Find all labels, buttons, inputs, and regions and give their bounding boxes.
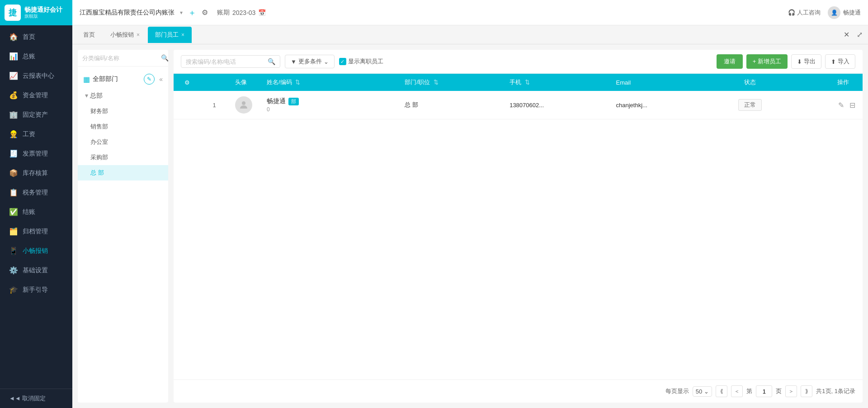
sidebar-item-archive[interactable]: 🗂️ 归档管理: [0, 222, 72, 241]
sidebar-item-funds[interactable]: 💰 资金管理: [0, 85, 72, 105]
row-status-cell: 正常: [709, 91, 792, 119]
first-page-button[interactable]: ⟪: [716, 385, 727, 397]
settings-icon: ⚙️: [9, 266, 18, 275]
row-name-cell: 畅捷通 部 0: [259, 91, 397, 119]
sidebar-item-inventory[interactable]: 📦 库存核算: [0, 163, 72, 183]
sidebar-item-tax[interactable]: 📋 税务管理: [0, 183, 72, 202]
tab-home-label: 首页: [83, 31, 95, 39]
sort-name-icon: ⇅: [295, 79, 300, 85]
row-dept-cell: 总 部: [397, 91, 502, 119]
dept-search-bar: 🔍: [78, 50, 168, 66]
filter-icon: ▼: [291, 58, 297, 65]
sidebar-item-label: 基础设置: [23, 266, 48, 275]
toolbar-right-actions: 邀请 + 新增员工 ⬇ 导出 ⬆ 导入: [717, 54, 855, 69]
dept-item-caiwubu[interactable]: 财务部: [78, 104, 168, 119]
all-departments-header[interactable]: ▦ 全部部门 ✎ «: [78, 70, 168, 88]
add-company-icon[interactable]: ＋: [188, 7, 196, 18]
per-page-select[interactable]: 50 ⌄: [693, 386, 712, 397]
page-unit-label: 页: [776, 387, 782, 395]
sidebar-item-label: 结账: [23, 208, 35, 216]
prev-page-button[interactable]: ＜: [731, 385, 743, 397]
dept-edit-button[interactable]: ✎: [144, 74, 155, 85]
sidebar-item-expense[interactable]: 📱 小畅报销: [0, 241, 72, 261]
topbar-right: 🎧 人工咨询 👤 畅捷通: [788, 6, 861, 19]
sidebar-item-assets[interactable]: 🏢 固定资产: [0, 105, 72, 124]
user-profile[interactable]: 👤 畅捷通: [828, 6, 861, 19]
logo-title: 畅捷通好会计: [24, 6, 62, 14]
employee-search-box: 🔍: [181, 55, 280, 68]
tab-expense-close-icon[interactable]: ×: [137, 32, 140, 38]
sidebar-item-salary[interactable]: 👷 工资: [0, 124, 72, 144]
export-button[interactable]: ⬇ 导出: [791, 54, 821, 69]
tab-employees-label: 部门员工: [155, 31, 179, 39]
dept-item-zongbu[interactable]: ▾总部: [78, 88, 168, 104]
tab-expense[interactable]: 小畅报销 ×: [103, 27, 147, 43]
row-phone-cell: 138070602...: [502, 91, 609, 119]
table-row: 1 畅捷通: [174, 91, 863, 119]
expense-icon: 📱: [9, 247, 18, 255]
import-button[interactable]: ⬆ 导入: [825, 54, 855, 69]
tab-home[interactable]: 首页: [76, 27, 102, 43]
sidebar-item-label: 新手引导: [23, 286, 48, 294]
dept-item-caigoubu[interactable]: 采购部: [78, 150, 168, 165]
page-number-input[interactable]: [756, 385, 772, 397]
sidebar-item-settings[interactable]: ⚙️ 基础设置: [0, 261, 72, 280]
sidebar-logo: 捷 畅捷通好会计 旗舰版: [0, 0, 72, 25]
sidebar-item-home[interactable]: 🏠 首页: [0, 27, 72, 47]
company-name: 江西服宝精品有限责任公司内账张: [80, 9, 175, 17]
sidebar-item-reports[interactable]: 📈 云报表中心: [0, 66, 72, 85]
show-resigned-checkbox[interactable]: ✓: [339, 58, 346, 65]
tab-expand-button[interactable]: ⤢: [855, 28, 864, 41]
tab-employees[interactable]: 部门员工 ×: [148, 27, 192, 43]
calendar-icon: 📅: [258, 9, 266, 16]
col-name-code[interactable]: 姓名/编码 ⇅: [259, 74, 397, 91]
sidebar-item-label: 小畅报销: [23, 247, 48, 255]
sidebar-item-ledger[interactable]: 📊 总账: [0, 47, 72, 66]
tab-employees-close-icon[interactable]: ×: [181, 32, 184, 38]
sidebar-item-label: 云报表中心: [23, 72, 54, 80]
employee-avatar: [235, 96, 252, 114]
dept-search-input[interactable]: [82, 55, 158, 62]
unpin-label: ◄◄ 取消固定: [9, 394, 46, 403]
sidebar-item-guide[interactable]: 🎓 新手引导: [0, 280, 72, 299]
tab-close-button[interactable]: ✕: [842, 28, 851, 41]
grid-icon: ▦: [83, 75, 90, 84]
employee-panel: 🔍 ▼ 更多条件 ⌄ ✓ 显示离职员工 邀请 + 新增员工 ⬇ 导出: [174, 50, 863, 403]
col-phone[interactable]: 手机 ⇅: [502, 74, 609, 91]
edit-icon[interactable]: ✎: [838, 101, 844, 109]
invite-button[interactable]: 邀请: [717, 54, 743, 69]
period-selector[interactable]: 账期 2023-03 📅: [217, 9, 266, 17]
col-settings[interactable]: ⚙: [174, 74, 201, 91]
sidebar-item-invoices[interactable]: 🧾 发票管理: [0, 144, 72, 163]
sidebar-item-label: 税务管理: [23, 189, 48, 197]
col-status: 状态: [709, 74, 792, 91]
dept-search-icon[interactable]: 🔍: [161, 54, 168, 62]
logout-icon[interactable]: ⊟: [849, 101, 855, 109]
collapse-icon[interactable]: «: [159, 76, 163, 83]
last-page-button[interactable]: ⟫: [801, 385, 812, 397]
ledger-icon: 📊: [9, 52, 18, 61]
dept-item-zongbu-sub[interactable]: 总 部: [78, 165, 168, 180]
headset-icon: 🎧: [788, 9, 795, 16]
dept-item-bangongshi[interactable]: 办公室: [78, 134, 168, 150]
next-page-button[interactable]: ＞: [785, 385, 797, 397]
sidebar-unpin-button[interactable]: ◄◄ 取消固定: [0, 389, 72, 408]
search-icon[interactable]: 🔍: [268, 58, 275, 65]
employee-search-input[interactable]: [186, 58, 265, 65]
all-departments-label: 全部部门: [93, 75, 118, 83]
settings-gear-icon[interactable]: ⚙: [202, 8, 208, 17]
employee-name-text: 畅捷通: [267, 97, 286, 105]
col-dept-pos[interactable]: 部门/职位 ⇅: [397, 74, 502, 91]
employee-table: ⚙ 头像 姓名/编码 ⇅ 部门/职位 ⇅: [174, 74, 863, 119]
show-resigned-toggle[interactable]: ✓ 显示离职员工: [339, 57, 383, 66]
support-button[interactable]: 🎧 人工咨询: [788, 9, 821, 17]
add-employee-button[interactable]: + 新增员工: [746, 54, 788, 69]
close-accounts-icon: ✅: [9, 208, 18, 216]
sort-dept-icon: ⇅: [434, 79, 439, 85]
filter-button[interactable]: ▼ 更多条件 ⌄: [285, 55, 335, 68]
dropdown-arrow-icon[interactable]: ▾: [180, 9, 183, 16]
filter-label: 更多条件: [298, 57, 322, 66]
dept-item-xiaoshoubu[interactable]: 销售部: [78, 119, 168, 134]
sort-phone-icon: ⇅: [525, 79, 530, 85]
sidebar-item-close[interactable]: ✅ 结账: [0, 202, 72, 222]
